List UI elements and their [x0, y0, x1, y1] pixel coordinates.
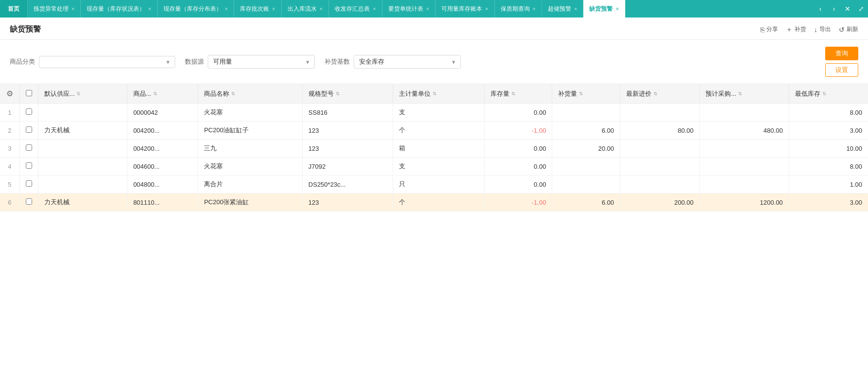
col-stock-label: 库存量 [490, 89, 509, 98]
col-code[interactable]: 商品... ⇅ [127, 84, 198, 104]
col-latest-price[interactable]: 最新进价 ⇅ [620, 84, 700, 104]
tab-item-overstock[interactable]: 超储预警× [542, 0, 583, 18]
row-index: 5 [0, 176, 19, 194]
tab-next-btn[interactable]: › [827, 0, 841, 18]
category-select[interactable]: ▾ [39, 56, 175, 68]
select-all-checkbox[interactable] [26, 90, 32, 96]
gear-icon[interactable]: ⚙ [6, 89, 13, 98]
export-btn[interactable]: ↓ 导出 [814, 25, 831, 34]
datasource-select[interactable]: 可用量 ▾ [208, 55, 315, 69]
row-checkbox-cell [19, 194, 38, 211]
restock-value: 安全库存 [359, 57, 398, 66]
row-index: 2 [0, 122, 19, 140]
tab-item-flow[interactable]: 出入库流水× [282, 0, 329, 18]
col-estimated[interactable]: 预计采购... ⇅ [700, 84, 789, 104]
tab-item-expiry[interactable]: 保质期查询× [495, 0, 542, 18]
tab-item-batch[interactable]: 库存批次账× [234, 0, 281, 18]
tab-close-batch[interactable]: × [272, 6, 275, 12]
row-checkbox[interactable] [26, 108, 32, 115]
row-latest-price [620, 158, 700, 176]
row-checkbox[interactable] [26, 126, 32, 133]
tab-close-stock1[interactable]: × [148, 6, 151, 12]
restock-btn[interactable]: ＋ 补货 [786, 25, 806, 34]
tab-item-home[interactable]: 首页 [0, 0, 28, 18]
refresh-label: 刷新 [847, 25, 858, 34]
tab-close-flow[interactable]: × [320, 6, 323, 12]
refresh-btn[interactable]: ↺ 刷新 [839, 25, 858, 34]
row-restock-qty: 20.00 [552, 140, 620, 158]
settings-button[interactable]: 设置 [825, 63, 858, 77]
table-row: 6力天机械801110...PC200张紧油缸123个-1.006.00200.… [0, 194, 868, 211]
row-min-stock: 10.00 [789, 140, 868, 158]
row-min-stock: 3.00 [789, 122, 868, 140]
tab-close-available[interactable]: × [485, 6, 488, 12]
col-min-stock[interactable]: 最低库存 ⇅ [789, 84, 868, 104]
tab-item-available[interactable]: 可用量库存账本× [435, 0, 494, 18]
tab-item-order[interactable]: 要货单统计表× [382, 0, 435, 18]
share-btn[interactable]: ⎘ 分享 [760, 25, 778, 34]
tab-prev-btn[interactable]: ‹ [814, 0, 827, 18]
row-restock-qty: 6.00 [552, 194, 620, 211]
row-index: 4 [0, 158, 19, 176]
tab-close-order[interactable]: × [426, 6, 429, 12]
table-row: 2力天机械004200...PC200油缸缸子123个-1.006.0080.0… [0, 122, 868, 140]
col-unit[interactable]: 主计量单位 ⇅ [393, 84, 484, 104]
col-name[interactable]: 商品名称 ⇅ [198, 84, 302, 104]
tab-close-shortage[interactable]: × [615, 6, 618, 12]
row-unit: 支 [393, 158, 484, 176]
row-checkbox[interactable] [26, 144, 32, 151]
row-unit: 个 [393, 194, 484, 211]
tab-close-all-btn[interactable]: ✕ [841, 0, 854, 18]
category-dropdown-icon: ▾ [166, 58, 170, 66]
tab-item-stock2[interactable]: 现存量（库存分布表）× [158, 0, 234, 18]
name-sort-icon: ⇅ [231, 91, 235, 96]
table-container: ⚙ 默认供应... ⇅ 商品... ⇅ [0, 84, 868, 211]
row-latest-price: 200.00 [620, 194, 700, 211]
code-sort-icon: ⇅ [153, 91, 157, 96]
row-checkbox[interactable] [26, 162, 32, 169]
row-checkbox-cell [19, 104, 38, 122]
table-row: 4004600...火花塞J7092支0.008.00 [0, 158, 868, 176]
col-restock[interactable]: 补货量 ⇅ [552, 84, 620, 104]
col-unit-label: 主计量单位 [399, 89, 431, 98]
col-stock[interactable]: 库存量 ⇅ [484, 84, 552, 104]
supplier-sort-icon: ⇅ [76, 91, 80, 96]
row-name: PC200张紧油缸 [198, 194, 302, 211]
restock-select[interactable]: 安全库存 ▾ [354, 55, 461, 69]
col-settings[interactable]: ⚙ [0, 84, 19, 104]
row-name: 火花塞 [198, 158, 302, 176]
tab-close-overstock[interactable]: × [574, 6, 577, 12]
tab-item-pick[interactable]: 拣货异常处理× [28, 0, 81, 18]
spec-sort-icon: ⇅ [336, 91, 340, 96]
tab-close-summary[interactable]: × [373, 6, 376, 12]
col-latest-price-label: 最新进价 [626, 89, 651, 98]
tab-label-stock2: 现存量（库存分布表） [163, 5, 222, 13]
row-name: 火花塞 [198, 104, 302, 122]
tab-item-stock1[interactable]: 现存量（库存状况表）× [81, 0, 157, 18]
row-checkbox-cell [19, 140, 38, 158]
restock-filter-group: 补货基数 安全库存 ▾ [325, 55, 461, 69]
row-checkbox[interactable] [26, 198, 32, 205]
table-header-row: ⚙ 默认供应... ⇅ 商品... ⇅ [0, 84, 868, 104]
row-latest-price [620, 140, 700, 158]
tab-item-summary[interactable]: 收发存汇总表× [329, 0, 382, 18]
row-stock: 0.00 [484, 140, 552, 158]
query-button[interactable]: 查询 [825, 47, 858, 60]
tab-item-shortage[interactable]: 缺货预警× [583, 0, 625, 18]
tab-close-stock2[interactable]: × [225, 6, 228, 12]
tab-label-stock1: 现存量（库存状况表） [87, 5, 145, 13]
row-checkbox[interactable] [26, 180, 32, 187]
row-index: 6 [0, 194, 19, 211]
row-stock: 0.00 [484, 176, 552, 194]
main-content: 缺货预警 ⎘ 分享 ＋ 补货 ↓ 导出 ↺ 刷新 商品分类 [0, 18, 868, 387]
tab-close-pick[interactable]: × [72, 6, 74, 12]
col-spec[interactable]: 规格型号 ⇅ [302, 84, 393, 104]
col-checkbox-header[interactable] [19, 84, 38, 104]
row-name: PC200油缸缸子 [198, 122, 302, 140]
col-restock-label: 补货量 [558, 89, 577, 98]
row-spec: J7092 [302, 158, 393, 176]
col-supplier[interactable]: 默认供应... ⇅ [38, 84, 127, 104]
tab-fullscreen-btn[interactable]: ⤢ [854, 0, 868, 18]
tab-label-flow: 出入库流水 [288, 5, 317, 13]
tab-close-expiry[interactable]: × [533, 6, 536, 12]
